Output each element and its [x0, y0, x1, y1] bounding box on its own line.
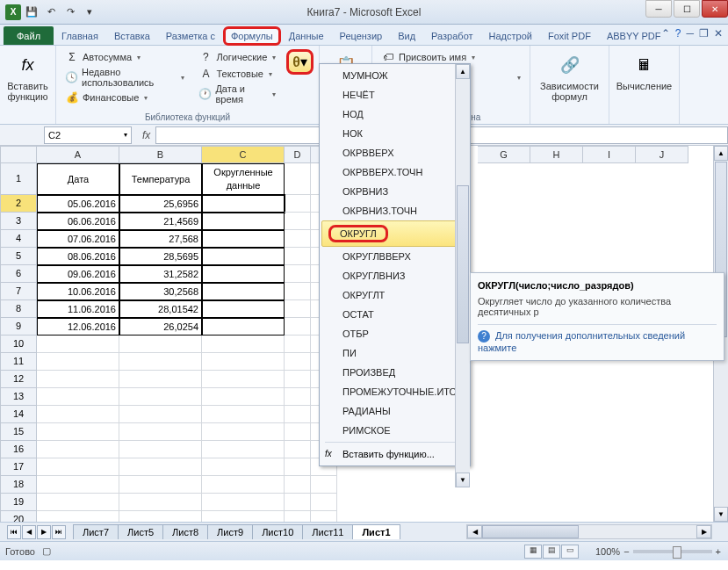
cell-A6[interactable]: 09.06.2016 — [37, 265, 119, 283]
financial-button[interactable]: 💰Финансовые▾ — [61, 90, 188, 105]
cell-C3[interactable] — [202, 213, 285, 230]
cell-A9[interactable]: 12.06.2016 — [37, 318, 119, 336]
row-11[interactable]: 11 — [0, 353, 37, 371]
fx-label-icon[interactable]: fx — [142, 129, 150, 141]
tab-view[interactable]: Вид — [390, 26, 423, 45]
row-16[interactable]: 16 — [0, 441, 37, 458]
calculation-button[interactable]: 🖩 Вычисление — [615, 49, 674, 93]
sheet-prev-icon[interactable]: ◀ — [22, 525, 36, 539]
cell-C6[interactable] — [202, 265, 285, 283]
tooltip-help-link[interactable]: Для получения дополнительных сведений на… — [478, 324, 717, 353]
tab-abbyy[interactable]: ABBYY PDF — [599, 26, 669, 45]
insert-function-item[interactable]: Вставить функцию... — [321, 444, 468, 464]
col-B[interactable]: B — [119, 146, 202, 163]
help-icon[interactable]: ? — [675, 27, 681, 40]
row-14[interactable]: 14 — [0, 406, 37, 423]
insert-function-button[interactable]: fx Вставить функцию — [5, 49, 50, 104]
cell-C8[interactable] — [202, 300, 285, 318]
close-button[interactable]: ✕ — [702, 0, 728, 18]
dropdown-scrollbar[interactable]: ▲ ▼ — [455, 64, 470, 487]
sheet-tab[interactable]: Лист5 — [118, 524, 163, 539]
dropdown-item[interactable]: ОКРВНИЗ.ТОЧН — [321, 201, 468, 220]
tab-addins[interactable]: Надстрой — [481, 26, 540, 45]
cell-B3[interactable]: 21,4569 — [119, 213, 202, 230]
tab-foxit[interactable]: Foxit PDF — [540, 26, 599, 45]
dropdown-item[interactable]: ПИ — [321, 343, 468, 363]
maximize-button[interactable]: ☐ — [674, 0, 700, 18]
dropdown-item[interactable]: ОКРВВЕРХ — [321, 143, 468, 162]
cell-C7[interactable] — [202, 283, 285, 300]
scroll-up-icon[interactable]: ▲ — [456, 64, 470, 79]
cell-A7[interactable]: 10.06.2016 — [37, 283, 119, 300]
row-10[interactable]: 10 — [0, 336, 37, 353]
hscroll-left-icon[interactable]: ◀ — [467, 525, 482, 538]
undo-icon[interactable]: ↶ — [42, 4, 60, 21]
sheet-tab[interactable]: Лист9 — [207, 524, 253, 539]
sheet-tab[interactable]: Лист7 — [73, 524, 119, 539]
tab-data[interactable]: Данные — [281, 26, 332, 45]
dropdown-item[interactable]: МУМНОЖ — [321, 66, 468, 85]
row-18[interactable]: 18 — [0, 476, 37, 494]
page-layout-view-icon[interactable]: ▤ — [543, 545, 560, 559]
dropdown-item[interactable]: ОКРУГЛВВЕРХ — [321, 247, 468, 266]
recent-button[interactable]: 🕓Недавно использовались▾ — [61, 66, 188, 89]
dropdown-item[interactable]: РИМСКОЕ — [321, 421, 468, 440]
row-19[interactable]: 19 — [0, 494, 37, 511]
row-8[interactable]: 8 — [0, 300, 37, 318]
zoom-out-icon[interactable]: − — [623, 546, 629, 557]
row-3[interactable]: 3 — [0, 213, 37, 230]
cell-A4[interactable]: 07.06.2016 — [37, 230, 119, 248]
cell-C2[interactable] — [202, 195, 285, 213]
cell-A2[interactable]: 05.06.2016 — [37, 195, 119, 213]
row-6[interactable]: 6 — [0, 265, 37, 283]
col-G[interactable]: G — [478, 146, 530, 163]
row-2[interactable]: 2 — [0, 195, 37, 213]
cell-B7[interactable]: 30,2568 — [119, 283, 202, 300]
cell-B1[interactable]: Температура — [119, 163, 202, 195]
cell-C1[interactable]: Округленные данные — [202, 163, 285, 195]
qat-more-icon[interactable]: ▾ — [81, 4, 98, 21]
minimize-button[interactable]: ─ — [645, 0, 672, 18]
dropdown-item[interactable]: НЕЧЁТ — [321, 85, 468, 105]
row-17[interactable]: 17 — [0, 458, 37, 476]
text-button[interactable]: AТекстовые▾ — [195, 66, 279, 82]
zoom-slider[interactable] — [633, 550, 712, 553]
dropdown-item[interactable]: ПРОМЕЖУТОЧНЫЕ.ИТОГИ — [321, 382, 468, 401]
dropdown-item[interactable]: ОКРУГЛТ — [321, 285, 468, 305]
col-A[interactable]: A — [37, 146, 119, 163]
cell-B4[interactable]: 27,568 — [119, 230, 202, 248]
cell-A3[interactable]: 06.06.2016 — [37, 213, 119, 230]
cell-B9[interactable]: 26,0254 — [119, 318, 202, 336]
sheet-first-icon[interactable]: ⏮ — [7, 525, 21, 539]
sheet-tab[interactable]: Лист10 — [252, 524, 303, 539]
math-trig-button[interactable]: θ▾ — [286, 49, 314, 75]
ribbon-minimize-icon[interactable]: ⌃ — [661, 27, 670, 40]
cell-B6[interactable]: 31,2582 — [119, 265, 202, 283]
zoom-level[interactable]: 100% — [595, 546, 620, 557]
macro-record-icon[interactable]: ▢ — [42, 545, 51, 557]
row-20[interactable]: 20 — [0, 511, 37, 522]
zoom-in-icon[interactable]: + — [716, 546, 721, 557]
dropdown-item[interactable]: ОКРВНИЗ — [321, 182, 468, 201]
doc-restore-icon[interactable]: ❐ — [699, 27, 709, 40]
col-I[interactable]: I — [583, 146, 636, 163]
dropdown-item[interactable]: ОКРУГЛВНИЗ — [321, 266, 468, 285]
tab-home[interactable]: Главная — [54, 26, 106, 45]
cell-A5[interactable]: 08.06.2016 — [37, 248, 119, 265]
hscroll-right-icon[interactable]: ▶ — [696, 525, 711, 538]
vscroll-down-icon[interactable]: ▼ — [714, 507, 728, 522]
cell-C9[interactable] — [202, 318, 285, 336]
dropdown-item[interactable]: ОКРВВЕРХ.ТОЧН — [321, 162, 468, 182]
tab-insert[interactable]: Вставка — [106, 26, 158, 45]
tab-layout[interactable]: Разметка с — [158, 26, 223, 45]
dropdown-item[interactable]: НОД — [321, 105, 468, 124]
scroll-down-icon[interactable]: ▼ — [456, 473, 470, 487]
name-box[interactable]: C2▾ — [44, 126, 132, 144]
cell-A1[interactable]: Дата — [37, 163, 119, 195]
scrollbar-thumb[interactable] — [457, 185, 469, 343]
sheet-tab[interactable]: Лист11 — [302, 524, 353, 539]
cell-A8[interactable]: 11.06.2016 — [37, 300, 119, 318]
cell-C4[interactable] — [202, 230, 285, 248]
dropdown-item[interactable]: ОСТАТ — [321, 305, 468, 324]
horizontal-scrollbar[interactable]: ◀ ▶ — [466, 524, 712, 539]
